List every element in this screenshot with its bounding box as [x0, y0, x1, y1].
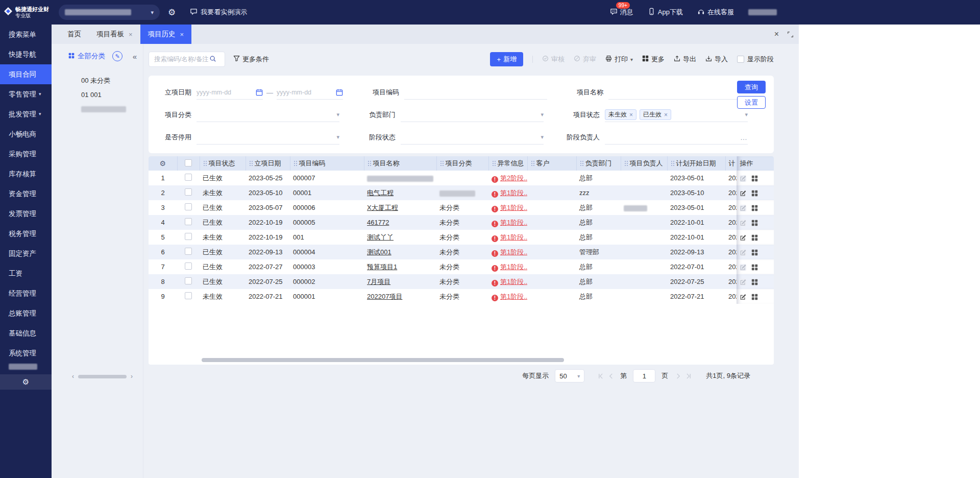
- row-checkbox[interactable]: [185, 203, 192, 210]
- col-header-1[interactable]: 项目状态: [200, 156, 246, 171]
- project-name-input[interactable]: [608, 85, 751, 100]
- close-icon[interactable]: ×: [774, 30, 779, 39]
- col-header-9[interactable]: 项目负责人: [621, 156, 667, 171]
- sidebar-item-10[interactable]: 发票管理: [0, 204, 52, 224]
- export-button[interactable]: 导出: [674, 55, 696, 64]
- col-header-5[interactable]: 项目分类: [436, 156, 488, 171]
- sidebar-item-8[interactable]: 库存核算: [0, 164, 52, 184]
- sidebar-item-12[interactable]: 固定资产: [0, 244, 52, 264]
- col-header-4[interactable]: 项目名称: [364, 156, 436, 171]
- related-docs-icon[interactable]: [751, 175, 758, 182]
- ellipsis-picker-icon[interactable]: …: [740, 133, 748, 141]
- per-page-select[interactable]: 50 ▾: [555, 369, 584, 383]
- row-checkbox[interactable]: [185, 277, 192, 284]
- col-header-10[interactable]: 计划开始日期: [667, 156, 725, 171]
- more-button[interactable]: 更多: [642, 55, 665, 64]
- support-button[interactable]: 在线客服: [697, 8, 734, 17]
- col-header-2[interactable]: 立项日期: [246, 156, 290, 171]
- row-checkbox[interactable]: [185, 218, 192, 225]
- row-checkbox[interactable]: [185, 292, 192, 299]
- sidebar-item-9[interactable]: 资金管理: [0, 184, 52, 204]
- project-name-link[interactable]: X大厦工程: [367, 204, 398, 211]
- exception-link[interactable]: 第1阶段...: [500, 263, 527, 271]
- related-docs-icon[interactable]: [751, 249, 758, 256]
- sidebar-item-4[interactable]: 零售管理▾: [0, 84, 52, 104]
- sidebar-item-3[interactable]: 项目合同: [0, 64, 52, 84]
- edit-icon[interactable]: [740, 190, 746, 197]
- col-header-clipped[interactable]: 计: [725, 156, 737, 171]
- settings-gear-icon[interactable]: ⚙: [168, 7, 176, 18]
- related-docs-icon[interactable]: [751, 279, 758, 285]
- exception-link[interactable]: 第1阶段...: [500, 219, 527, 226]
- next-page-icon[interactable]: [675, 373, 681, 379]
- sidebar-item-7[interactable]: 采购管理: [0, 144, 52, 164]
- search-icon[interactable]: [209, 55, 216, 64]
- exception-link[interactable]: 第1阶段...: [500, 204, 527, 211]
- related-docs-icon[interactable]: [751, 190, 758, 197]
- sidebar-item-18[interactable]: [0, 363, 52, 370]
- edit-icon[interactable]: [740, 249, 746, 256]
- related-docs-icon[interactable]: [751, 220, 758, 226]
- related-docs-icon[interactable]: [751, 294, 758, 300]
- edit-icon[interactable]: [740, 294, 746, 300]
- select-all-checkbox[interactable]: [185, 159, 192, 166]
- project-name-link[interactable]: 202207项目: [367, 293, 402, 300]
- calendar-icon[interactable]: [256, 89, 263, 96]
- last-page-icon[interactable]: [686, 373, 692, 379]
- scroll-left-icon[interactable]: ‹: [72, 373, 74, 380]
- project-name-link[interactable]: 测试001: [367, 248, 391, 256]
- project-name-link[interactable]: 461772: [367, 219, 389, 226]
- unapprove-button[interactable]: 弃审: [574, 55, 596, 64]
- category-title[interactable]: 全部分类: [78, 52, 105, 61]
- sidebar-item-17[interactable]: 系统管理: [0, 343, 52, 363]
- horizontal-scrollbar-thumb[interactable]: [202, 358, 564, 362]
- edit-icon[interactable]: [740, 205, 746, 211]
- project-name-link[interactable]: 电气工程: [367, 189, 394, 197]
- exception-link[interactable]: 第1阶段...: [500, 293, 527, 300]
- category-item-2[interactable]: 01 001: [52, 88, 143, 102]
- first-page-icon[interactable]: [598, 373, 603, 379]
- row-checkbox[interactable]: [185, 262, 192, 270]
- row-checkbox[interactable]: [185, 188, 192, 196]
- disabled-select[interactable]: ▾: [197, 130, 339, 145]
- row-checkbox[interactable]: [185, 233, 192, 240]
- show-stage-checkbox[interactable]: [737, 56, 744, 63]
- prev-page-icon[interactable]: [608, 373, 614, 379]
- more-conditions-button[interactable]: 更多条件: [233, 55, 269, 64]
- scrollbar-thumb[interactable]: [78, 375, 127, 378]
- edit-icon[interactable]: [740, 234, 746, 241]
- date-to-input[interactable]: yyyy-mm-dd: [277, 85, 343, 100]
- audit-button[interactable]: 审核: [542, 55, 565, 64]
- edit-icon[interactable]: [740, 220, 746, 226]
- show-stage-toggle[interactable]: 显示阶段: [737, 55, 774, 64]
- stage-owner-picker[interactable]: …: [605, 130, 748, 145]
- sidebar-item-13[interactable]: 工资: [0, 264, 52, 283]
- close-icon[interactable]: ×: [180, 31, 184, 38]
- sidebar-item-16[interactable]: 基础信息: [0, 323, 52, 343]
- calendar-icon[interactable]: [336, 89, 343, 96]
- category-item-1[interactable]: 00 未分类: [52, 74, 143, 88]
- app-download-button[interactable]: App下载: [648, 8, 683, 17]
- related-docs-icon[interactable]: [751, 234, 758, 241]
- project-category-select[interactable]: ▾: [197, 108, 339, 122]
- remove-tag-icon[interactable]: ×: [629, 111, 633, 118]
- row-checkbox[interactable]: [185, 248, 192, 255]
- org-selector[interactable]: ▾: [59, 5, 160, 20]
- edit-icon[interactable]: [740, 279, 746, 285]
- exception-link[interactable]: 第1阶段...: [500, 189, 527, 197]
- col-header-7[interactable]: 客户: [527, 156, 576, 171]
- tab-1[interactable]: 首页: [60, 25, 89, 44]
- scroll-right-icon[interactable]: ›: [131, 373, 133, 380]
- tab-3[interactable]: 项目历史×: [140, 25, 192, 44]
- col-header-6[interactable]: 异常信息: [488, 156, 527, 171]
- messages-button[interactable]: 99+ 消息: [610, 8, 633, 17]
- date-from-input[interactable]: yyyy-mm-dd: [197, 85, 263, 100]
- project-code-input[interactable]: [404, 85, 547, 100]
- department-select[interactable]: ▾: [401, 108, 544, 122]
- exception-link[interactable]: 第1阶段...: [500, 233, 527, 241]
- sidebar-item-1[interactable]: 搜索菜单: [0, 25, 52, 44]
- project-name-link[interactable]: 测试丫丫: [367, 233, 394, 241]
- edit-icon[interactable]: [740, 175, 746, 182]
- exception-link[interactable]: 第1阶段...: [500, 278, 527, 285]
- row-checkbox[interactable]: [185, 174, 192, 181]
